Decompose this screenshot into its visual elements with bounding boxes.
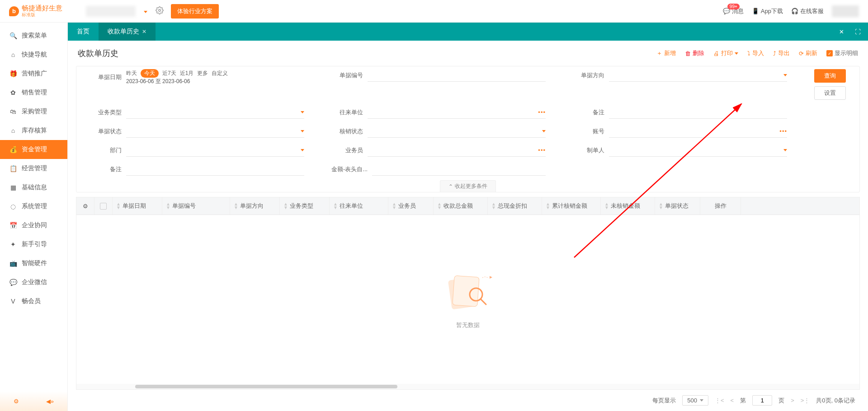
sidebar-item-2[interactable]: 🎁营销推广 bbox=[0, 64, 67, 83]
sidebar-item-6[interactable]: 💰资金管理 bbox=[0, 140, 67, 159]
settings-button[interactable]: 设置 bbox=[814, 86, 846, 100]
collapse-filters-button[interactable]: ⌃收起更多条件 bbox=[440, 180, 496, 192]
nav-icon: 🛍 bbox=[9, 107, 17, 116]
horizontal-scrollbar[interactable] bbox=[76, 384, 859, 389]
next-page-icon[interactable]: > bbox=[791, 397, 794, 404]
logo-subtitle: 标准版 bbox=[22, 12, 62, 18]
verify-status-select[interactable] bbox=[368, 125, 546, 138]
sidebar-item-1[interactable]: ⌂快捷导航 bbox=[0, 45, 67, 64]
tab-close-all-icon[interactable]: ✕ bbox=[835, 25, 848, 38]
app-download-button[interactable]: 📱 App下载 bbox=[752, 7, 783, 15]
doc-status-select[interactable] bbox=[126, 125, 304, 138]
nav-icon: V bbox=[9, 297, 17, 305]
print-button[interactable]: 🖨打印 bbox=[713, 49, 738, 57]
online-service-button[interactable]: 🎧 在线客服 bbox=[791, 7, 824, 15]
column-header-11[interactable]: 操作 bbox=[700, 197, 741, 215]
column-header-2[interactable]: ▲▼单据方向 bbox=[230, 197, 280, 215]
messages-button[interactable]: 💬 消息 99+ bbox=[723, 7, 744, 15]
column-label: 收款总金额 bbox=[443, 202, 473, 210]
remark-input[interactable] bbox=[609, 106, 787, 119]
dept-select[interactable] bbox=[126, 144, 304, 157]
last-page-icon[interactable]: >⋮ bbox=[801, 397, 810, 404]
prev-page-icon[interactable]: < bbox=[731, 397, 734, 404]
sidebar-item-10[interactable]: 📅企业协同 bbox=[0, 216, 67, 235]
column-label: 总现金折扣 bbox=[498, 202, 527, 210]
delete-button[interactable]: 🗑删除 bbox=[685, 49, 704, 57]
query-button[interactable]: 查询 bbox=[814, 69, 846, 83]
sidebar-collapse-icon[interactable]: ◀» bbox=[46, 398, 54, 405]
date-opt-4[interactable]: 更多 bbox=[197, 70, 208, 77]
logo-icon: b bbox=[9, 6, 19, 16]
fullscreen-icon[interactable]: ⛶ bbox=[851, 25, 864, 38]
sort-icon: ▲▼ bbox=[437, 202, 442, 210]
date-opt-5[interactable]: 自定义 bbox=[212, 70, 228, 77]
first-page-icon[interactable]: ⋮< bbox=[715, 397, 724, 404]
user-avatar-blurred[interactable] bbox=[832, 5, 859, 17]
operator-label: 业务员 bbox=[331, 146, 363, 154]
import-button[interactable]: ⤵导入 bbox=[747, 49, 764, 57]
doc-no-label: 单据编号 bbox=[331, 71, 363, 79]
online-service-label: 在线客服 bbox=[800, 7, 824, 15]
sort-icon: ▲▼ bbox=[546, 202, 550, 210]
column-header-4[interactable]: ▲▼往来单位 bbox=[330, 197, 388, 215]
tab-close-icon[interactable]: ✕ bbox=[142, 28, 146, 35]
column-header-3[interactable]: ▲▼业务类型 bbox=[280, 197, 330, 215]
sidebar-item-14[interactable]: V畅会员 bbox=[0, 292, 67, 311]
date-opt-2[interactable]: 近7天 bbox=[162, 70, 176, 77]
date-opt-0[interactable]: 昨天 bbox=[126, 70, 137, 77]
date-opt-1[interactable]: 今天 bbox=[141, 69, 159, 78]
column-header-6[interactable]: ▲▼收款总金额 bbox=[434, 197, 488, 215]
partner-select[interactable]: ••• bbox=[368, 106, 546, 119]
operator-select[interactable]: ••• bbox=[368, 144, 546, 157]
nav-icon: 📅 bbox=[9, 221, 17, 229]
creator-label: 制单人 bbox=[573, 146, 604, 154]
column-label: 往来单位 bbox=[340, 202, 363, 210]
amount-head-input[interactable] bbox=[372, 163, 546, 176]
sort-icon: ▲▼ bbox=[166, 202, 170, 210]
partner-label: 往来单位 bbox=[331, 108, 363, 117]
column-header-0[interactable]: ▲▼单据日期 bbox=[113, 197, 162, 215]
sidebar-item-12[interactable]: 📺智能硬件 bbox=[0, 254, 67, 273]
show-detail-toggle[interactable]: ✓显示明细 bbox=[826, 49, 858, 57]
column-header-5[interactable]: ▲▼业务员 bbox=[388, 197, 434, 215]
page-size-select[interactable]: 500 bbox=[682, 395, 708, 406]
remark2-input[interactable] bbox=[126, 163, 304, 176]
dept-label: 部门 bbox=[90, 146, 122, 154]
remark-label: 备注 bbox=[573, 108, 604, 117]
table-settings-icon[interactable]: ⚙ bbox=[76, 197, 94, 215]
tab-0[interactable]: 首页 bbox=[68, 23, 99, 41]
doc-no-input[interactable] bbox=[368, 69, 546, 82]
experience-plan-button[interactable]: 体验行业方案 bbox=[171, 4, 219, 19]
sidebar-item-11[interactable]: ✦新手引导 bbox=[0, 235, 67, 254]
column-header-1[interactable]: ▲▼单据编号 bbox=[162, 197, 230, 215]
sidebar-item-4[interactable]: 🛍采购管理 bbox=[0, 102, 67, 121]
account-select[interactable]: ••• bbox=[609, 125, 787, 138]
sidebar-item-13[interactable]: 💬企业微信 bbox=[0, 273, 67, 292]
select-all-checkbox[interactable] bbox=[94, 197, 113, 215]
biz-type-select[interactable] bbox=[126, 106, 304, 119]
column-header-9[interactable]: ▲▼未核销金额 bbox=[601, 197, 655, 215]
sidebar-item-9[interactable]: ◌系统管理 bbox=[0, 197, 67, 216]
sidebar-item-7[interactable]: 📋经营管理 bbox=[0, 159, 67, 178]
export-button[interactable]: ⤴导出 bbox=[773, 49, 790, 57]
tab-1[interactable]: 收款单历史✕ bbox=[99, 23, 156, 41]
page-number-input[interactable] bbox=[752, 395, 772, 406]
column-header-7[interactable]: ▲▼总现金折扣 bbox=[488, 197, 542, 215]
doc-dir-select[interactable] bbox=[609, 69, 787, 82]
message-badge: 99+ bbox=[727, 4, 740, 9]
column-header-10[interactable]: ▲▼单据状态 bbox=[655, 197, 700, 215]
sidebar-item-0[interactable]: 🔍搜索菜单 bbox=[0, 26, 67, 45]
refresh-button[interactable]: ⟳刷新 bbox=[799, 49, 817, 57]
sidebar-item-3[interactable]: ✿销售管理 bbox=[0, 83, 67, 102]
date-opt-3[interactable]: 近1月 bbox=[180, 70, 194, 77]
column-header-8[interactable]: ▲▼累计核销金额 bbox=[542, 197, 601, 215]
sidebar-settings-icon[interactable]: ⚙ bbox=[14, 398, 19, 405]
org-dropdown-icon[interactable] bbox=[144, 8, 147, 14]
sidebar-item-5[interactable]: ⌂库存核算 bbox=[0, 121, 67, 140]
settings-icon[interactable] bbox=[156, 6, 164, 16]
add-button[interactable]: ＋新增 bbox=[656, 49, 676, 57]
nav-label: 搜索菜单 bbox=[22, 32, 47, 40]
sidebar-item-8[interactable]: ▦基础信息 bbox=[0, 178, 67, 197]
empty-illustration bbox=[441, 270, 495, 315]
creator-select[interactable] bbox=[609, 144, 787, 157]
